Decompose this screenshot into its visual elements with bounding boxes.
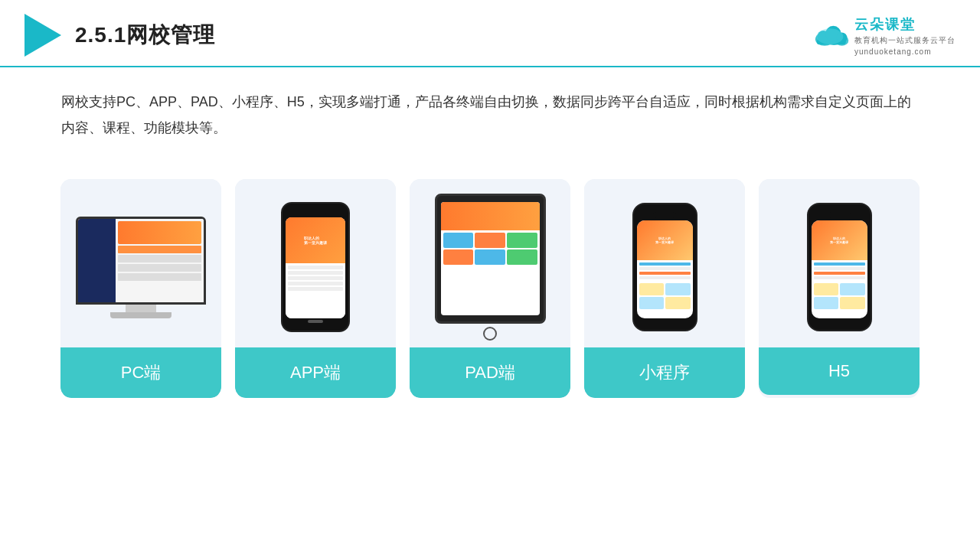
brand-icon-area: 云朵课堂 教育机构一站式服务云平台 yunduoketang.com bbox=[810, 15, 956, 56]
cards-container: PC端 职达人的第一堂兴趣课 bbox=[0, 156, 980, 398]
brand-logo: 云朵课堂 教育机构一站式服务云平台 yunduoketang.com bbox=[810, 15, 956, 56]
mini-phone-row-1 bbox=[639, 262, 691, 266]
h5-phone-row-3 bbox=[814, 272, 865, 275]
app-phone-body: 职达人的第一堂兴趣课 bbox=[281, 202, 350, 332]
card-pc-label: PC端 bbox=[60, 347, 221, 398]
pc-row-3 bbox=[118, 264, 201, 272]
h5-card-3 bbox=[814, 297, 839, 309]
card-miniprogram-image: 职达人的第一堂兴趣课 bbox=[584, 179, 745, 347]
pad-cell-1 bbox=[443, 233, 474, 248]
h5-card-1 bbox=[814, 283, 839, 295]
h5-phone-screen: 职达人的第一堂兴趣课 bbox=[812, 220, 867, 318]
app-phone-body-content bbox=[286, 263, 345, 293]
brand-url: yunduoketang.com bbox=[854, 47, 956, 56]
h5-card-2 bbox=[840, 283, 865, 295]
app-phone-row-5 bbox=[288, 287, 343, 291]
brand-slogan: 教育机构一站式服务云平台 bbox=[854, 35, 956, 46]
description-text: 网校支持PC、APP、PAD、小程序、H5，实现多端打通，产品各终端自由切换，数… bbox=[0, 67, 980, 148]
pad-tablet-banner bbox=[441, 202, 540, 230]
pad-tablet-mockup bbox=[435, 194, 546, 341]
pc-mockup bbox=[76, 217, 206, 318]
h5-phone-row-2 bbox=[814, 267, 865, 270]
mini-phone-rows bbox=[637, 260, 693, 282]
card-pc-image bbox=[60, 179, 221, 347]
mini-phone-screen: 职达人的第一堂兴趣课 bbox=[637, 220, 693, 318]
mini-phone-row-3 bbox=[639, 272, 691, 275]
card-app-image: 职达人的第一堂兴趣课 bbox=[235, 179, 396, 347]
h5-phone-cards bbox=[812, 282, 867, 311]
logo-triangle-icon bbox=[24, 14, 61, 57]
pad-tablet-home bbox=[483, 327, 497, 341]
pc-sidebar bbox=[78, 219, 116, 302]
app-phone-banner: 职达人的第一堂兴趣课 bbox=[286, 217, 345, 262]
app-phone-home bbox=[308, 320, 323, 323]
pc-row-2 bbox=[118, 255, 201, 262]
brand-name: 云朵课堂 bbox=[854, 15, 956, 34]
mini-phone-row-2 bbox=[639, 267, 691, 270]
card-miniprogram-label: 小程序 bbox=[584, 347, 745, 398]
cloud-icon bbox=[810, 21, 850, 49]
mini-phone-banner: 职达人的第一堂兴趣课 bbox=[637, 220, 693, 259]
mini-card-1 bbox=[639, 283, 665, 295]
pc-row-1 bbox=[118, 246, 201, 253]
card-app-label: APP端 bbox=[235, 347, 396, 398]
card-h5: 职达人的第一堂兴趣课 bbox=[759, 179, 920, 398]
h5-card-4 bbox=[840, 297, 865, 309]
mini-phone-mockup: 职达人的第一堂兴趣课 bbox=[632, 203, 697, 331]
pc-screen-inner bbox=[78, 219, 204, 302]
pc-content bbox=[116, 219, 204, 302]
pc-stand bbox=[126, 305, 156, 312]
app-phone-row-2 bbox=[288, 271, 343, 275]
pc-screen bbox=[76, 217, 206, 305]
card-app: 职达人的第一堂兴趣课 APP端 bbox=[235, 179, 396, 398]
app-phone-row-4 bbox=[288, 282, 343, 285]
header-left: 2.5.1网校管理 bbox=[24, 14, 215, 57]
brand-text-group: 云朵课堂 教育机构一站式服务云平台 yunduoketang.com bbox=[854, 15, 956, 56]
pad-tablet-grid bbox=[441, 230, 540, 267]
description-paragraph: 网校支持PC、APP、PAD、小程序、H5，实现多端打通，产品各终端自由切换，数… bbox=[61, 89, 919, 141]
app-phone-mockup: 职达人的第一堂兴趣课 bbox=[281, 202, 350, 332]
mini-phone-notch bbox=[653, 212, 676, 218]
card-miniprogram: 职达人的第一堂兴趣课 bbox=[584, 179, 745, 398]
mini-phone-cards bbox=[637, 282, 693, 311]
h5-phone-body: 职达人的第一堂兴趣课 bbox=[807, 203, 872, 331]
h5-phone-mockup: 职达人的第一堂兴趣课 bbox=[807, 203, 872, 331]
pad-cell-2 bbox=[475, 233, 505, 248]
pc-base bbox=[110, 312, 172, 318]
pad-tablet-screen bbox=[441, 202, 540, 315]
mini-card-2 bbox=[665, 283, 691, 295]
mini-card-4 bbox=[665, 297, 691, 309]
pad-cell-5 bbox=[475, 249, 505, 265]
pad-cell-6 bbox=[507, 249, 537, 265]
pc-banner bbox=[118, 221, 201, 244]
card-h5-label: H5 bbox=[759, 347, 920, 395]
h5-phone-content: 职达人的第一堂兴趣课 bbox=[812, 220, 867, 318]
mini-phone-body: 职达人的第一堂兴趣课 bbox=[632, 203, 697, 331]
app-phone-row-1 bbox=[288, 266, 343, 269]
svg-point-7 bbox=[817, 28, 844, 44]
app-phone-row-3 bbox=[288, 276, 343, 280]
pad-cell-4 bbox=[443, 249, 474, 265]
mini-phone-row-4 bbox=[639, 276, 691, 279]
app-phone-notch bbox=[305, 210, 326, 214]
card-h5-image: 职达人的第一堂兴趣课 bbox=[759, 179, 920, 347]
mini-card-3 bbox=[639, 297, 665, 309]
pc-row-4 bbox=[118, 273, 201, 281]
app-phone-screen: 职达人的第一堂兴趣课 bbox=[286, 217, 345, 318]
pad-tablet-body bbox=[435, 194, 546, 324]
app-phone-screen-content: 职达人的第一堂兴趣课 bbox=[286, 217, 345, 318]
card-pad: PAD端 bbox=[410, 179, 570, 398]
card-pad-label: PAD端 bbox=[410, 347, 570, 398]
h5-phone-row-1 bbox=[814, 262, 865, 266]
mini-phone-content: 职达人的第一堂兴趣课 bbox=[637, 220, 693, 318]
header: 2.5.1网校管理 云朵课堂 教育机构一站式服务云平台 yunduoketang… bbox=[0, 0, 980, 67]
page-title: 2.5.1网校管理 bbox=[75, 21, 215, 50]
pad-cell-3 bbox=[507, 233, 537, 248]
h5-phone-row-4 bbox=[814, 276, 865, 279]
card-pad-image bbox=[410, 179, 570, 347]
h5-phone-banner: 职达人的第一堂兴趣课 bbox=[812, 220, 867, 259]
h5-phone-rows bbox=[812, 260, 867, 282]
card-pc: PC端 bbox=[60, 179, 221, 398]
h5-phone-notch bbox=[828, 212, 851, 218]
